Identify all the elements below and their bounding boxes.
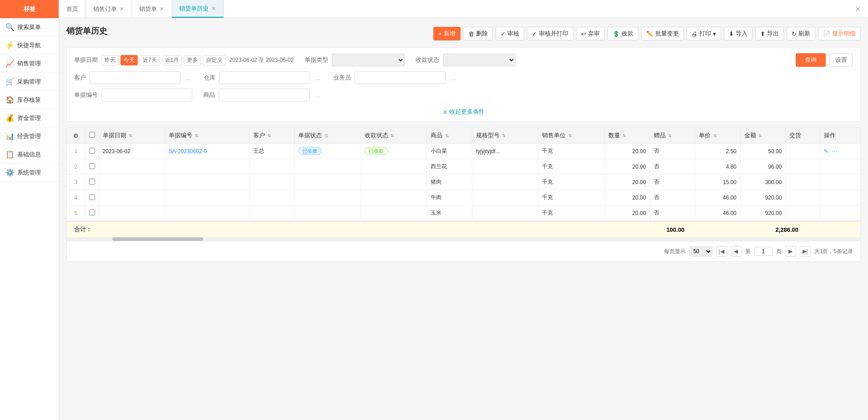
th-qty[interactable]: 数量 ⇅ bbox=[605, 128, 650, 144]
btn-approve-print[interactable]: ✓ 审核并打印 bbox=[527, 27, 573, 40]
doc-no-link[interactable]: SA-20230602-0 bbox=[169, 148, 207, 155]
date-btn-yesterday[interactable]: 昨天 bbox=[101, 55, 119, 65]
cell-checkbox[interactable] bbox=[85, 144, 99, 159]
cell-doc-no[interactable] bbox=[165, 190, 250, 205]
query-button[interactable]: 查询 bbox=[796, 53, 826, 67]
page-first-btn[interactable]: |◀ bbox=[716, 246, 727, 257]
btn-refresh[interactable]: ↻ 刷新 bbox=[787, 27, 815, 40]
cell-checkbox[interactable] bbox=[85, 190, 99, 205]
sidebar-item-finance[interactable]: 💰 资金管理 bbox=[0, 109, 59, 127]
sidebar-item-operations[interactable]: 📊 经营管理 bbox=[0, 127, 59, 145]
filter-customer-input[interactable] bbox=[90, 71, 181, 84]
page-size-select[interactable]: 50 100 bbox=[689, 246, 712, 256]
cell-action[interactable] bbox=[820, 175, 860, 190]
cell-action[interactable] bbox=[820, 159, 860, 175]
cell-doc-no[interactable] bbox=[165, 159, 250, 175]
date-btn-more[interactable]: 更多 bbox=[184, 55, 201, 65]
tab-sales-history[interactable]: 销货单历史 ✕ bbox=[172, 0, 224, 18]
th-doc-no[interactable]: 单据编号 ⇅ bbox=[165, 128, 250, 144]
filter-doc-type-select[interactable] bbox=[332, 54, 405, 66]
btn-batch-change[interactable]: ✏️ 批量变更 bbox=[641, 27, 684, 40]
sidebar-item-sales[interactable]: 📈 销售管理 bbox=[0, 55, 59, 73]
btn-import[interactable]: ⬇ 导入 bbox=[724, 27, 753, 40]
sidebar-item-inventory-label: 库存核算 bbox=[17, 96, 41, 104]
cell-checkbox[interactable] bbox=[85, 159, 99, 175]
tab-sales-order-close[interactable]: ✕ bbox=[120, 6, 124, 12]
filter-salesperson-picker[interactable]: ... bbox=[449, 75, 458, 81]
cell-checkbox[interactable] bbox=[85, 175, 99, 190]
cell-spec bbox=[472, 205, 538, 221]
row-checkbox[interactable] bbox=[89, 179, 95, 185]
date-btn-custom[interactable]: 自定义 bbox=[203, 55, 226, 65]
th-unit[interactable]: 销售单位 ⇅ bbox=[538, 128, 605, 144]
scroll-bar-thumb[interactable] bbox=[112, 237, 203, 241]
th-doc-status[interactable]: 单据状态 ⇅ bbox=[295, 128, 361, 144]
setting-button[interactable]: 设置 bbox=[829, 53, 853, 67]
page-prev-btn[interactable]: ◀ bbox=[731, 246, 742, 257]
th-settings[interactable]: ⚙ bbox=[67, 128, 85, 144]
cell-action[interactable] bbox=[820, 205, 860, 221]
tab-sales-history-close[interactable]: ✕ bbox=[211, 5, 216, 12]
filter-customer-picker[interactable]: ... bbox=[184, 75, 193, 81]
btn-new[interactable]: + 新增 bbox=[433, 27, 461, 40]
sidebar-item-master-data[interactable]: 📋 基础信息 bbox=[0, 145, 59, 164]
cell-doc-no[interactable] bbox=[165, 205, 250, 221]
tab-sales-delivery-close[interactable]: ✕ bbox=[160, 6, 164, 12]
btn-show-detail[interactable]: 📄 显示明细 bbox=[818, 27, 861, 40]
row-checkbox[interactable] bbox=[89, 194, 95, 200]
th-customer[interactable]: 客户 ⇅ bbox=[249, 128, 295, 144]
sidebar-item-purchase[interactable]: 🛒 采购管理 bbox=[0, 73, 59, 91]
th-date[interactable]: 单据日期 ⇅ bbox=[99, 128, 165, 144]
th-goods[interactable]: 商品 ⇅ bbox=[427, 128, 472, 144]
scroll-bar-area[interactable] bbox=[67, 237, 860, 241]
filter-warehouse-picker[interactable]: ... bbox=[314, 75, 322, 81]
btn-show-detail-label: 显示明细 bbox=[832, 30, 856, 38]
th-amount[interactable]: 金额 ⇅ bbox=[740, 128, 786, 144]
btn-revoke[interactable]: ↩ 弃审 bbox=[576, 27, 605, 40]
page-input[interactable]: 1 bbox=[754, 247, 773, 256]
sidebar-item-system[interactable]: ⚙️ 系统管理 bbox=[0, 164, 59, 182]
filter-payment-status-select[interactable] bbox=[443, 54, 516, 66]
sidebar-item-quicknav[interactable]: ⚡ 快捷导航 bbox=[0, 36, 59, 55]
row-more-btn[interactable]: ⋯ bbox=[832, 148, 838, 155]
cell-doc-no[interactable] bbox=[165, 175, 250, 190]
filter-doc-no-input[interactable] bbox=[101, 89, 192, 101]
filter-goods-picker[interactable]: ... bbox=[313, 92, 322, 99]
collapse-filter-btn[interactable]: ∧ 收起更多条件 bbox=[74, 106, 853, 116]
btn-delete[interactable]: 🗑 删除 bbox=[463, 27, 493, 40]
sidebar-item-search[interactable]: 🔍 搜索菜单 bbox=[0, 18, 59, 36]
row-edit-btn[interactable]: ✎ bbox=[824, 148, 828, 155]
row-checkbox[interactable] bbox=[89, 163, 95, 169]
btn-export[interactable]: ⬆ 导出 bbox=[755, 27, 784, 40]
row-checkbox[interactable] bbox=[89, 148, 95, 154]
th-gift[interactable]: 赠品 ⇅ bbox=[650, 128, 695, 144]
tab-bar-close[interactable]: ✕ bbox=[848, 5, 868, 13]
cell-action[interactable] bbox=[820, 190, 860, 205]
date-btn-today[interactable]: 今天 bbox=[120, 55, 138, 65]
cell-doc-no[interactable]: SA-20230602-0 bbox=[165, 144, 250, 159]
sidebar-item-inventory[interactable]: 🏠 库存核算 bbox=[0, 91, 59, 109]
th-unit-price[interactable]: 单价 ⇅ bbox=[695, 128, 741, 144]
date-btn-7days[interactable]: 近7天 bbox=[140, 55, 160, 65]
th-payment-status[interactable]: 收款状态 ⇅ bbox=[361, 128, 427, 144]
row-checkbox[interactable] bbox=[89, 210, 95, 215]
cell-action[interactable]: ✎ ⋯ bbox=[820, 144, 860, 159]
btn-approve[interactable]: ✓ 审核 bbox=[496, 27, 524, 40]
th-spec[interactable]: 规格型号 ⇅ bbox=[472, 128, 538, 144]
filter-goods-input[interactable] bbox=[219, 89, 310, 101]
filter-salesperson-input[interactable] bbox=[355, 71, 446, 84]
tab-sales-order[interactable]: 销售订单 ✕ bbox=[86, 0, 132, 18]
date-btn-1month[interactable]: 近1月 bbox=[162, 55, 182, 65]
btn-print[interactable]: 🖨 打印 ▾ bbox=[687, 27, 721, 40]
cell-checkbox[interactable] bbox=[85, 205, 99, 221]
page-last-btn[interactable]: ▶| bbox=[800, 246, 811, 257]
refresh-icon: ↻ bbox=[792, 30, 797, 37]
select-all-checkbox[interactable] bbox=[89, 132, 95, 138]
page-next-btn[interactable]: ▶ bbox=[785, 246, 796, 257]
tab-home[interactable]: 首页 bbox=[59, 0, 86, 18]
filter-warehouse-input[interactable] bbox=[219, 71, 310, 84]
filter-salesperson-label: 业务员 bbox=[333, 74, 351, 82]
tab-sales-delivery[interactable]: 销货单 ✕ bbox=[132, 0, 172, 18]
table-settings-icon[interactable]: ⚙ bbox=[73, 132, 79, 139]
btn-collect[interactable]: 💲 收款 bbox=[607, 27, 638, 40]
